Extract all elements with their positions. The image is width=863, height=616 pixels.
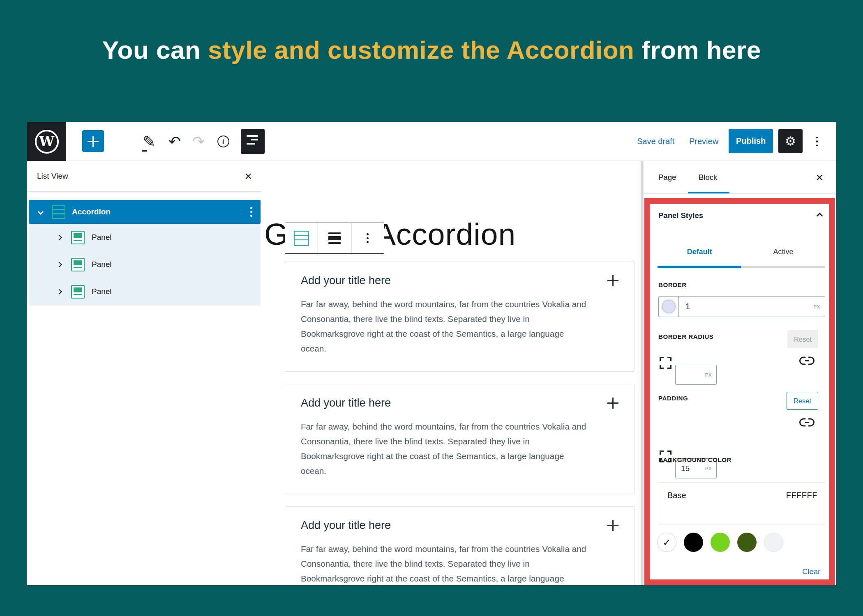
border-control: PX — [658, 296, 825, 317]
color-palette: ✓ — [657, 533, 783, 552]
padding-reset-button[interactable]: Reset — [787, 392, 818, 410]
clear-color-link[interactable]: Clear — [802, 567, 820, 576]
color-swatch-black[interactable] — [684, 533, 703, 552]
banner-text-prefix: You can — [102, 36, 208, 64]
padding-unit-label: PX — [705, 466, 712, 471]
banner-heading: You can style and customize the Accordio… — [0, 35, 863, 64]
border-unit-label: PX — [814, 304, 820, 309]
unlink-sides-button[interactable] — [799, 417, 815, 430]
border-radius-label: BORDER RADIUS — [658, 333, 713, 340]
border-label: BORDER — [658, 281, 687, 288]
border-color-swatch-icon — [662, 300, 676, 313]
unlink-sides-button[interactable] — [799, 355, 815, 368]
border-radius-unit-label: PX — [705, 372, 712, 377]
border-color-button[interactable] — [659, 297, 679, 317]
wordpress-editor-window: W ✎ ↶ ↷ i Save draft Preview Publish ⚙ L… — [27, 122, 836, 585]
border-width-input[interactable] — [679, 302, 825, 311]
background-color-label: BACKGROUND COLOR — [658, 456, 731, 463]
border-radius-reset-button[interactable]: Reset — [787, 330, 818, 348]
tab-default[interactable]: Default — [658, 243, 741, 261]
block-settings-content: Panel Styles Default Active BORDER PX BO… — [27, 122, 836, 585]
tab-active[interactable]: Active — [741, 243, 825, 261]
selected-color-name: Base — [667, 491, 686, 500]
color-swatch-light-gray[interactable] — [764, 533, 783, 552]
banner-text-highlight: style and customize the Accordion — [208, 36, 634, 64]
banner-text-suffix: from here — [635, 36, 761, 64]
unlink-icon — [799, 355, 815, 366]
color-swatch-white-selected[interactable]: ✓ — [657, 533, 676, 552]
panel-styles-section-header[interactable]: Panel Styles — [658, 207, 824, 225]
unlink-icon — [799, 417, 815, 428]
selected-color-hex: FFFFFF — [786, 491, 817, 500]
color-swatch-lime-green[interactable] — [711, 533, 730, 552]
chevron-up-icon[interactable] — [817, 212, 823, 219]
selected-color-box[interactable]: Base FFFFFF — [659, 482, 825, 524]
color-swatch-dark-green[interactable] — [737, 533, 757, 552]
padding-label: PADDING — [658, 395, 688, 402]
border-radius-icon — [660, 357, 671, 369]
check-icon: ✓ — [662, 537, 671, 548]
panel-styles-title: Panel Styles — [658, 211, 703, 220]
state-tab-indicator — [658, 266, 825, 268]
